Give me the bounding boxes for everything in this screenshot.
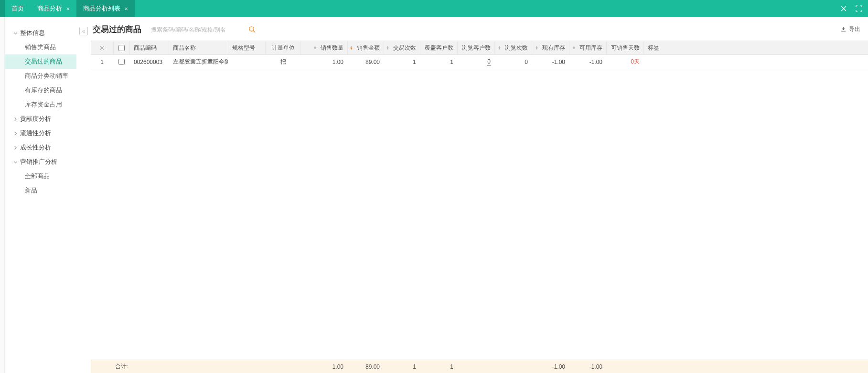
export-button[interactable]: 导出 xyxy=(840,25,860,33)
select-all-checkbox[interactable] xyxy=(118,45,125,51)
th-unit[interactable]: 计量单位 xyxy=(266,41,301,54)
tab-label: 商品分析列表 xyxy=(83,4,120,13)
content-header: 交易过的商品 导出 xyxy=(91,17,868,41)
th-label: 销售数量 xyxy=(321,44,343,52)
tf-views xyxy=(495,360,532,373)
tf-label: 合计: xyxy=(114,360,130,373)
sidebar-group-head-marketing[interactable]: 营销推广分析 xyxy=(5,155,76,169)
th-days[interactable]: ▲▼ 可销售天数 xyxy=(607,41,644,54)
sidebar-group-liquidity: 流通性分析 xyxy=(5,126,76,140)
th-label: 浏览客户数 xyxy=(462,44,491,52)
table-area: 商品编码 商品名称 规格型号 计量单位 ▲▼ 销售数量 ▲▼ 销售金额 xyxy=(91,41,868,373)
th-qty[interactable]: ▲▼ 销售数量 xyxy=(301,41,348,54)
sidebar-item-category-turnover[interactable]: 商品分类动销率 xyxy=(5,69,76,83)
sort-icon: ▲▼ xyxy=(498,46,501,50)
tf-tx: 1 xyxy=(384,360,420,373)
sidebar-item-sales-products[interactable]: 销售类商品 xyxy=(5,40,76,54)
export-icon xyxy=(840,26,847,32)
sidebar-group-head-contribution[interactable]: 贡献度分析 xyxy=(5,112,76,126)
th-tags[interactable]: 标签 xyxy=(644,41,868,54)
th-views[interactable]: ▲▼ 浏览次数 xyxy=(495,41,532,54)
table-footer-row: 合计: 1.00 89.00 1 1 -1.00 -1.00 xyxy=(91,360,868,373)
th-vcust[interactable]: ▲▼ 浏览客户数 xyxy=(458,41,495,54)
sort-icon: ▲▼ xyxy=(607,46,607,50)
th-tx[interactable]: ▲▼ 交易次数 xyxy=(384,41,420,54)
th-amount[interactable]: ▲▼ 销售金额 xyxy=(348,41,384,54)
tf-days xyxy=(607,360,644,373)
th-spec[interactable]: 规格型号 xyxy=(228,41,266,54)
sidebar: 整体信息 销售类商品 交易过的商品 商品分类动销率 有库存的商品 库存资金占用 … xyxy=(5,17,76,373)
chevron-right-icon xyxy=(13,117,18,121)
close-all-icon[interactable] xyxy=(838,3,849,14)
sidebar-item-stock-capital[interactable]: 库存资金占用 xyxy=(5,97,76,112)
sidebar-group-label: 流通性分析 xyxy=(20,129,51,138)
tab-product-analysis-list[interactable]: 商品分析列表 ✕ xyxy=(76,0,135,17)
tab-label: 首页 xyxy=(11,4,24,13)
sidebar-group-contribution: 贡献度分析 xyxy=(5,112,76,126)
tf-qty: 1.00 xyxy=(301,360,348,373)
sidebar-group-head-growth[interactable]: 成长性分析 xyxy=(5,140,76,155)
cell-avail: -1.00 xyxy=(569,55,607,69)
cell-vcust-value: 0 xyxy=(487,58,491,66)
th-code[interactable]: 商品编码 xyxy=(130,41,169,54)
tf-spacer xyxy=(644,360,868,373)
cell-index: 1 xyxy=(91,55,114,69)
sidebar-item-new-products[interactable]: 新品 xyxy=(5,183,76,198)
th-avail[interactable]: ▲▼ 可用库存 xyxy=(569,41,607,54)
main-area: 整体信息 销售类商品 交易过的商品 商品分类动销率 有库存的商品 库存资金占用 … xyxy=(0,17,868,373)
chevron-left-double-icon: « xyxy=(82,28,85,34)
th-label: 覆盖客户数 xyxy=(425,44,453,52)
th-label: 商品名称 xyxy=(173,44,196,52)
tf-spacer xyxy=(91,360,114,373)
export-label: 导出 xyxy=(849,25,860,33)
search-input[interactable] xyxy=(150,24,246,35)
th-label: 可销售天数 xyxy=(611,44,640,52)
cell-tx: 1 xyxy=(384,55,420,69)
chevron-right-icon xyxy=(13,146,18,150)
cell-checkbox[interactable] xyxy=(114,55,130,69)
sidebar-item-all-products[interactable]: 全部商品 xyxy=(5,169,76,183)
th-label: 交易次数 xyxy=(393,44,416,52)
cell-spec xyxy=(228,55,266,69)
row-checkbox[interactable] xyxy=(118,59,125,65)
sidebar-item-traded-products[interactable]: 交易过的商品 xyxy=(5,54,76,69)
sidebar-group-label: 贡献度分析 xyxy=(20,115,51,123)
gear-icon xyxy=(99,45,105,51)
th-label: 商品编码 xyxy=(134,44,157,52)
tf-spacer xyxy=(228,360,266,373)
cell-qty: 1.00 xyxy=(301,55,348,69)
tf-vcust xyxy=(458,360,495,373)
sidebar-item-instock-products[interactable]: 有库存的商品 xyxy=(5,83,76,97)
tf-spacer xyxy=(130,360,169,373)
fullscreen-icon[interactable] xyxy=(854,3,864,14)
sidebar-group-head-liquidity[interactable]: 流通性分析 xyxy=(5,126,76,140)
table-header-row: 商品编码 商品名称 规格型号 计量单位 ▲▼ 销售数量 ▲▼ 销售金额 xyxy=(91,41,868,55)
cell-name: 左都胶囊五折遮阳伞防晒伞; xyxy=(169,55,228,69)
th-label: 浏览次数 xyxy=(505,44,528,52)
tabbar-actions xyxy=(838,0,868,17)
sort-icon: ▲▼ xyxy=(313,46,317,50)
content-panel: 交易过的商品 导出 xyxy=(91,17,868,373)
table-row[interactable]: 1 002600003 左都胶囊五折遮阳伞防晒伞; 把 1.00 89.00 1… xyxy=(91,55,868,69)
chevron-down-icon xyxy=(13,160,18,164)
tab-home[interactable]: 首页 xyxy=(5,0,31,17)
tf-stock: -1.00 xyxy=(532,360,569,373)
th-cust[interactable]: ▲▼ 覆盖客户数 xyxy=(420,41,458,54)
cell-vcust[interactable]: 0 xyxy=(458,55,495,69)
search-icon[interactable] xyxy=(248,26,256,33)
close-icon[interactable]: ✕ xyxy=(65,6,70,11)
cell-stock: -1.00 xyxy=(532,55,569,69)
close-icon[interactable]: ✕ xyxy=(123,6,128,11)
th-checkbox[interactable] xyxy=(114,41,130,54)
th-name[interactable]: 商品名称 xyxy=(169,41,228,54)
cell-days: 0天 xyxy=(607,55,644,69)
chevron-down-icon xyxy=(13,31,18,35)
tab-product-analysis[interactable]: 商品分析 ✕ xyxy=(31,0,76,17)
th-label: 现有库存 xyxy=(542,44,565,52)
th-stock[interactable]: ▲▼ 现有库存 xyxy=(532,41,569,54)
tf-spacer xyxy=(266,360,301,373)
collapse-sidebar-button[interactable]: « xyxy=(79,27,88,35)
th-settings[interactable] xyxy=(91,41,114,54)
tabbar-left-edge xyxy=(0,0,5,17)
sidebar-group-head-overview[interactable]: 整体信息 xyxy=(5,26,76,40)
